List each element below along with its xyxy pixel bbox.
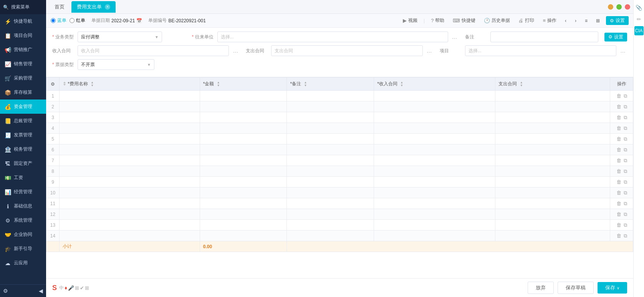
expense-contract-cell[interactable] — [495, 134, 610, 144]
brand-apps-icon[interactable]: ⊞ — [85, 285, 89, 291]
delete-icon[interactable]: 🗑 — [616, 179, 621, 185]
amount-cell[interactable] — [200, 112, 287, 123]
partner-input[interactable]: 选择... — [217, 32, 448, 42]
income-contract-cell[interactable] — [374, 134, 495, 144]
sidebar-item-quick-nav[interactable]: ⚡ 快捷导航 — [0, 14, 46, 28]
note-cell[interactable] — [287, 209, 374, 220]
delete-icon[interactable]: 🗑 — [616, 93, 621, 99]
delete-icon[interactable]: 🗑 — [616, 125, 621, 131]
sidebar-item-payroll[interactable]: 💵 工资 — [0, 171, 46, 185]
sort-icon-left[interactable]: ⇕ — [63, 81, 66, 86]
amount-cell[interactable] — [200, 91, 287, 101]
tab-close-expense[interactable]: × — [105, 4, 110, 10]
help-btn[interactable]: ? 帮助 — [429, 17, 447, 25]
expense-name-cell[interactable] — [60, 209, 200, 220]
amount-cell[interactable] — [200, 231, 287, 241]
table-gear-col[interactable]: ⚙ — [46, 78, 60, 91]
delete-icon[interactable]: 🗑 — [616, 147, 621, 153]
copy-icon[interactable]: ⧉ — [624, 93, 627, 99]
expense-name-cell[interactable] — [60, 231, 200, 241]
brand-mic-icon[interactable]: 🎤 — [68, 285, 74, 291]
sidebar-item-sales-promo[interactable]: 📢 营销推广 — [0, 43, 46, 57]
sort-icons-income[interactable]: ▲▼ — [400, 81, 403, 87]
delete-icon[interactable]: 🗑 — [616, 233, 621, 239]
delete-icon[interactable]: 🗑 — [616, 222, 621, 228]
sort-icons-expense[interactable]: ▲▼ — [91, 81, 94, 87]
expense-contract-cell[interactable] — [495, 155, 610, 166]
chat-icon[interactable]: CIA — [634, 26, 644, 35]
delete-icon[interactable]: 🗑 — [616, 136, 621, 142]
prev-btn[interactable]: ‹ — [563, 17, 569, 24]
sidebar-item-fixed-assets[interactable]: 🏗 固定资产 — [0, 156, 46, 171]
income-contract-cell[interactable] — [374, 166, 495, 177]
expense-contract-cell[interactable] — [495, 144, 610, 155]
settings-icon[interactable]: ⚙ — [3, 288, 8, 294]
expense-name-cell[interactable] — [60, 144, 200, 155]
expense-name-cell[interactable] — [60, 198, 200, 209]
income-contract-cell[interactable] — [374, 155, 495, 166]
sidebar-item-inventory[interactable]: 📦 库存核算 — [0, 85, 46, 100]
amount-cell[interactable] — [200, 101, 287, 112]
income-contract-cell[interactable] — [374, 101, 495, 112]
discard-button[interactable]: 放弃 — [528, 282, 554, 294]
amount-cell[interactable] — [200, 187, 287, 198]
red-radio[interactable] — [70, 18, 74, 23]
amount-cell[interactable] — [200, 123, 287, 134]
expense-name-cell[interactable] — [60, 134, 200, 144]
delete-icon[interactable]: 🗑 — [616, 190, 621, 196]
sidebar-item-fund-mgmt[interactable]: 💰 资金管理 — [0, 100, 46, 114]
sidebar-item-tax-mgmt[interactable]: 🏦 税务管理 — [0, 142, 46, 156]
sidebar-item-sys-mgmt[interactable]: ⚙ 系统管理 — [0, 213, 46, 227]
delete-icon[interactable]: 🗑 — [616, 104, 621, 110]
brand-middle-icon[interactable]: 中 — [59, 285, 64, 291]
action-btn[interactable]: ≡ 操作 — [540, 17, 559, 25]
history-btn[interactable]: 🕐 历史单据 — [482, 17, 512, 25]
date-value[interactable]: 2022-09-21 — [111, 18, 135, 23]
expense-contract-cell[interactable] — [495, 166, 610, 177]
expense-name-cell[interactable] — [60, 123, 200, 134]
income-contract-cell[interactable] — [374, 91, 495, 101]
income-contract-cell[interactable] — [374, 144, 495, 155]
sidebar-item-sales-mgmt[interactable]: 📈 销售管理 — [0, 57, 46, 71]
income-contract-cell[interactable] — [374, 187, 495, 198]
edit-icon[interactable]: ✏ — [634, 15, 644, 24]
next-btn[interactable]: › — [573, 17, 579, 24]
project-input[interactable]: 选择... — [465, 45, 616, 56]
note-cell[interactable] — [287, 123, 374, 134]
amount-cell[interactable] — [200, 166, 287, 177]
amount-cell[interactable] — [200, 198, 287, 209]
expense-name-cell[interactable] — [60, 101, 200, 112]
copy-icon[interactable]: ⧉ — [624, 179, 627, 185]
sidebar-item-ops-mgmt[interactable]: 📊 经营管理 — [0, 185, 46, 199]
expense-contract-cell[interactable] — [495, 231, 610, 241]
close-button[interactable] — [625, 4, 630, 10]
expense-name-cell[interactable] — [60, 155, 200, 166]
expense-contract-cell[interactable] — [495, 187, 610, 198]
copy-icon[interactable]: ⧉ — [624, 190, 627, 196]
note-cell[interactable] — [287, 134, 374, 144]
sidebar-item-new-guide[interactable]: 🎓 新手引导 — [0, 242, 46, 256]
note-cell[interactable] — [287, 155, 374, 166]
expense-contract-dots[interactable]: … — [425, 48, 434, 54]
note-cell[interactable] — [287, 91, 374, 101]
sidebar-item-invoice-mgmt[interactable]: 🧾 发票管理 — [0, 128, 46, 142]
income-contract-cell[interactable] — [374, 198, 495, 209]
amount-cell[interactable] — [200, 134, 287, 144]
sidebar-item-ledger-mgmt[interactable]: 📒 总账管理 — [0, 114, 46, 128]
sort-icons-expense-contract[interactable]: ▲▼ — [520, 81, 523, 87]
delete-icon[interactable]: 🗑 — [616, 168, 621, 174]
note-cell[interactable] — [287, 101, 374, 112]
copy-icon[interactable]: ⧉ — [624, 201, 627, 207]
expense-name-cell[interactable] — [60, 166, 200, 177]
expense-contract-input[interactable]: 支出合同 — [271, 45, 422, 56]
amount-cell[interactable] — [200, 144, 287, 155]
brand-grid-icon[interactable]: ⊞ — [75, 285, 79, 291]
copy-icon[interactable]: ⧉ — [624, 168, 627, 174]
note-cell[interactable] — [287, 166, 374, 177]
income-contract-dots[interactable]: … — [231, 48, 240, 54]
shortcut-btn[interactable]: ⌨ 快捷键 — [450, 17, 478, 25]
copy-icon[interactable]: ⧉ — [624, 158, 627, 164]
copy-icon[interactable]: ⧉ — [624, 233, 627, 239]
tab-home[interactable]: 首页 — [49, 1, 70, 13]
sidebar-item-basic-info[interactable]: ℹ 基础信息 — [0, 199, 46, 213]
